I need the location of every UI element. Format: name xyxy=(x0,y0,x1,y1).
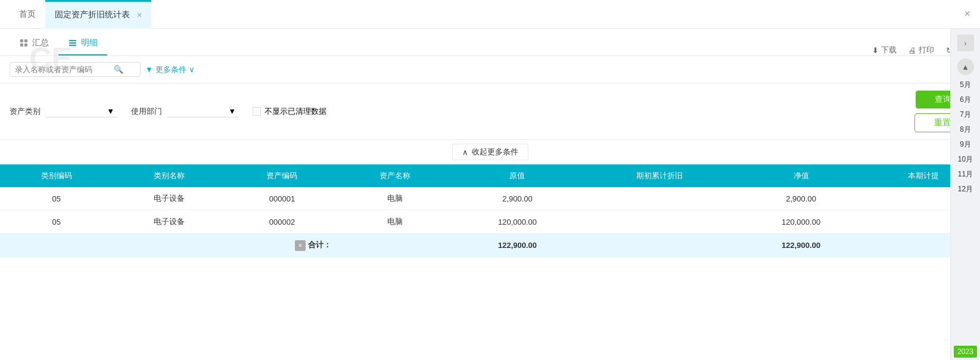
cell-category-code: 05 xyxy=(0,187,113,210)
col-header-original-value: 原值 xyxy=(452,165,584,187)
nav-home[interactable]: 首页 xyxy=(10,9,45,20)
filter-row-1: 资产类别 ▼ 使用部门 ▼ 不显示已清理数据 查询 重置 xyxy=(10,91,970,132)
download-button[interactable]: ⬇ 下载 xyxy=(872,45,897,55)
data-table: 类别编码 类别名称 资产编码 资产名称 原值 期初累计折旧 净值 本期计提 05… xyxy=(0,165,980,257)
filter-use-department: 使用部门 ▼ xyxy=(131,105,238,117)
svg-rect-3 xyxy=(24,44,27,46)
main-content: 汇总 明细 ⬇ 下载 🖨 打印 ↻ 刷新 🔍 xyxy=(0,29,980,360)
cell-accumulated-depreciation xyxy=(583,187,735,210)
scroll-up-button[interactable]: ▲ xyxy=(957,58,974,75)
month-item[interactable]: 12月 xyxy=(954,182,976,197)
filter-icon: ▼ xyxy=(145,65,153,74)
cell-asset-name: 电脑 xyxy=(338,187,451,210)
use-department-label: 使用部门 xyxy=(131,106,162,117)
chevron-up-icon: ∧ xyxy=(462,148,468,157)
col-header-category-name: 类别名称 xyxy=(113,165,225,187)
svg-rect-4 xyxy=(69,40,76,41)
search-bar: 🔍 ▼ 更多条件 ∨ xyxy=(0,56,980,83)
col-header-asset-code: 资产编码 xyxy=(226,165,338,187)
total-row: ≡合计： 122,900.00 122,900.00 xyxy=(0,234,980,257)
asset-category-select[interactable]: ▼ xyxy=(45,105,117,117)
right-panel: › ▲ 5月6月7月8月9月10月11月12月 2023 xyxy=(950,29,980,360)
hide-cleared-label: 不显示已清理数据 xyxy=(265,106,326,117)
detail-icon xyxy=(68,38,77,48)
nav-tab-fixed-assets[interactable]: 固定资产折旧统计表 × xyxy=(45,0,151,29)
download-label: 下载 xyxy=(881,45,897,55)
asset-category-dropdown-icon: ▼ xyxy=(107,107,114,116)
tab-summary-label: 汇总 xyxy=(32,38,49,48)
month-item[interactable]: 11月 xyxy=(954,167,976,182)
top-nav: 首页 固定资产折旧统计表 × × xyxy=(0,0,980,29)
tab-detail-label: 明细 xyxy=(81,38,98,48)
cell-net-value: 120,000.00 xyxy=(735,210,867,234)
more-conditions-label: 更多条件 xyxy=(155,64,186,75)
cell-asset-name: 电脑 xyxy=(338,210,451,234)
col-header-net-value: 净值 xyxy=(735,165,867,187)
hide-cleared-checkbox[interactable] xyxy=(253,107,261,116)
hide-cleared-checkbox-item[interactable]: 不显示已清理数据 xyxy=(253,106,326,117)
cell-category-name: 电子设备 xyxy=(113,187,225,210)
col-header-category-code: 类别编码 xyxy=(0,165,113,187)
total-original-value: 122,900.00 xyxy=(452,234,584,257)
cell-original-value: 2,900.00 xyxy=(452,187,584,210)
asset-category-label: 资产类别 xyxy=(10,106,41,117)
svg-rect-6 xyxy=(69,45,76,46)
download-icon: ⬇ xyxy=(872,46,879,55)
collapse-bar: ∧ 收起更多条件 xyxy=(0,140,980,165)
filter-panel: 资产类别 ▼ 使用部门 ▼ 不显示已清理数据 查询 重置 xyxy=(0,83,980,140)
svg-rect-5 xyxy=(69,42,76,44)
col-header-accumulated-depreciation: 期初累计折旧 xyxy=(583,165,735,187)
right-panel-expand-icon[interactable]: › xyxy=(957,35,974,51)
table-row: 05 电子设备 000002 电脑 120,000.00 120,000.00 xyxy=(0,210,980,234)
month-item[interactable]: 9月 xyxy=(954,137,976,152)
filter-asset-category: 资产类别 ▼ xyxy=(10,105,117,117)
window-close-icon[interactable]: × xyxy=(964,8,970,20)
use-department-select[interactable]: ▼ xyxy=(167,105,238,117)
table-header-row: 类别编码 类别名称 资产编码 资产名称 原值 期初累计折旧 净值 本期计提 xyxy=(0,165,980,187)
chevron-down-icon: ∨ xyxy=(189,65,195,74)
month-item[interactable]: 10月 xyxy=(954,152,976,167)
nav-tab-label: 固定资产折旧统计表 xyxy=(55,10,130,20)
search-input-wrap[interactable]: 🔍 xyxy=(10,62,141,77)
cell-asset-code: 000001 xyxy=(226,187,338,210)
more-conditions-button[interactable]: ▼ 更多条件 ∨ xyxy=(145,64,195,75)
col-header-asset-name: 资产名称 xyxy=(338,165,451,187)
cell-category-name: 电子设备 xyxy=(113,210,225,234)
nav-tab-close-icon[interactable]: × xyxy=(137,10,142,20)
year-badge[interactable]: 2023 xyxy=(954,346,977,358)
print-label: 打印 xyxy=(919,45,934,55)
cell-net-value: 2,900.00 xyxy=(735,187,867,210)
table-wrap: 类别编码 类别名称 资产编码 资产名称 原值 期初累计折旧 净值 本期计提 05… xyxy=(0,165,980,360)
month-item[interactable]: 6月 xyxy=(954,92,976,107)
tab-summary[interactable]: 汇总 xyxy=(10,32,58,55)
cell-accumulated-depreciation xyxy=(583,210,735,234)
svg-rect-1 xyxy=(24,39,27,42)
print-button[interactable]: 🖨 打印 xyxy=(909,45,934,55)
tab-detail[interactable]: 明细 xyxy=(58,32,107,55)
summary-icon xyxy=(19,38,29,48)
total-label-cell: ≡合计： xyxy=(0,234,338,257)
cell-asset-code: 000002 xyxy=(226,210,338,234)
table-row: 05 电子设备 000001 电脑 2,900.00 2,900.00 xyxy=(0,187,980,210)
cell-category-code: 05 xyxy=(0,210,113,234)
use-department-dropdown-icon: ▼ xyxy=(228,107,236,116)
collapse-button[interactable]: ∧ 收起更多条件 xyxy=(452,144,528,160)
collapse-label: 收起更多条件 xyxy=(472,147,518,157)
month-item[interactable]: 5月 xyxy=(954,77,976,92)
total-accumulated-depreciation xyxy=(583,234,735,257)
month-item[interactable]: 8月 xyxy=(954,122,976,137)
total-icon: ≡ xyxy=(295,240,306,251)
search-input[interactable] xyxy=(15,65,110,74)
sub-tabs: 汇总 明细 ⬇ 下载 🖨 打印 ↻ 刷新 xyxy=(0,29,980,56)
total-net-value: 122,900.00 xyxy=(735,234,867,257)
print-icon: 🖨 xyxy=(909,46,916,55)
search-icon: 🔍 xyxy=(114,65,123,74)
month-list: 5月6月7月8月9月10月11月12月 xyxy=(954,77,976,197)
svg-rect-0 xyxy=(20,39,23,42)
total-empty-asset-name xyxy=(338,234,451,257)
month-item[interactable]: 7月 xyxy=(954,107,976,122)
svg-rect-2 xyxy=(20,44,23,46)
cell-original-value: 120,000.00 xyxy=(452,210,584,234)
